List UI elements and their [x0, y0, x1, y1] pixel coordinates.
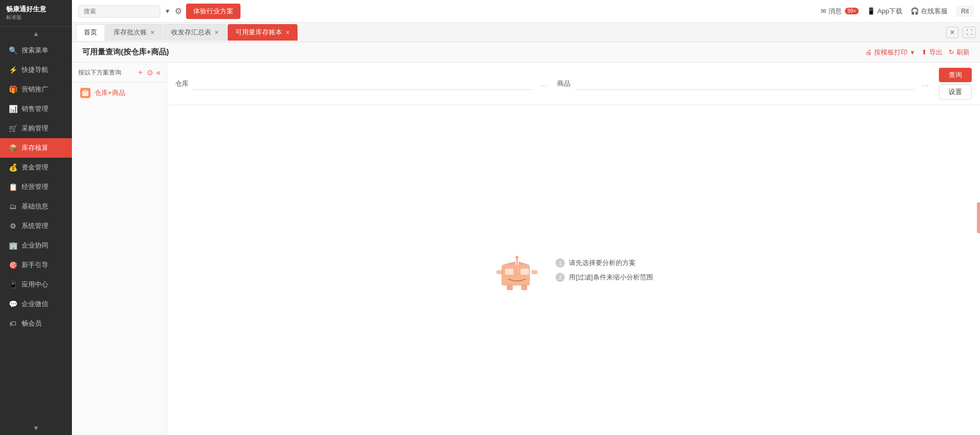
- sidebar-item-label: 采购管理: [22, 124, 48, 133]
- query-bar: 仓库 … 商品 … 查询 设置: [167, 63, 980, 105]
- export-label: 导出: [929, 48, 942, 57]
- filter-add-icon[interactable]: ＋: [137, 68, 144, 77]
- sidebar-item-label: 企业协同: [22, 241, 48, 250]
- tab-summary[interactable]: 收发存汇总表 ✕: [163, 24, 227, 41]
- tab-available-close[interactable]: ✕: [285, 29, 290, 36]
- sidebar-scroll-down[interactable]: ▼: [0, 421, 72, 435]
- topbar-search-input[interactable]: [78, 5, 160, 17]
- filter-panel-header: 按以下方案查询 ＋ ⊙ «: [72, 63, 167, 83]
- tab-summary-close[interactable]: ✕: [214, 29, 219, 36]
- print-dropdown-icon[interactable]: ▼: [910, 49, 915, 55]
- tab-home-label: 首页: [84, 28, 97, 37]
- sidebar-item-label: 经营管理: [22, 182, 48, 192]
- clipboard-icon: 📋: [8, 182, 17, 192]
- page-title: 可用量查询(按仓库+商品): [82, 47, 169, 57]
- filter-panel: 按以下方案查询 ＋ ⊙ « 仓库+商品: [72, 63, 167, 435]
- print-label: 按模板打印: [874, 48, 908, 57]
- warehouse-more-icon[interactable]: …: [538, 80, 549, 88]
- chart-icon: 📊: [8, 104, 17, 114]
- service-label: 在线客服: [921, 7, 948, 16]
- query-settings-btn[interactable]: 设置: [939, 84, 972, 100]
- tab-maximize-btn[interactable]: ⛶: [963, 27, 976, 38]
- app-download-btn[interactable]: 📱 App下载: [867, 7, 902, 16]
- warehouse-label: 仓库: [175, 79, 189, 88]
- filter-collapse-icon[interactable]: «: [156, 68, 160, 77]
- filter-item-warehouse-goods[interactable]: 仓库+商品: [72, 83, 167, 103]
- sidebar-item-label: 搜索菜单: [22, 46, 48, 55]
- gear-icon: ⚙: [8, 221, 17, 231]
- experience-btn[interactable]: 体验行业方案: [186, 4, 241, 19]
- export-btn[interactable]: ⬆ 导出: [921, 48, 942, 57]
- sidebar-item-newbie[interactable]: 🎯 新手引导: [0, 255, 72, 275]
- sidebar-item-member[interactable]: 🏷 畅会员: [0, 314, 72, 333]
- sidebar-item-label: 资金管理: [22, 163, 48, 172]
- target-icon: 🎯: [8, 260, 17, 270]
- sidebar-item-label: 营销推广: [22, 85, 48, 94]
- sidebar-item-label: 应用中心: [22, 280, 48, 289]
- print-btn[interactable]: 🖨 按模板打印 ▼: [865, 48, 915, 57]
- sidebar-item-enterprise[interactable]: 🏢 企业协同: [0, 236, 72, 255]
- topbar-actions: ✉ 消息 99+ 📱 App下载 🎧 在线客服 Rit: [821, 6, 974, 17]
- filter-item-label: 仓库+商品: [95, 88, 125, 98]
- sidebar-item-label: 系统管理: [22, 221, 48, 231]
- page-header-actions: 🖨 按模板打印 ▼ ⬆ 导出 ↻ 刷新: [865, 48, 970, 57]
- logo-subtitle: 标准版: [6, 14, 66, 21]
- sidebar-scroll-up[interactable]: ▲: [0, 27, 72, 41]
- sidebar-item-purchase[interactable]: 🛒 采购管理: [0, 119, 72, 138]
- query-submit-btn[interactable]: 查询: [939, 68, 972, 82]
- svg-rect-1: [502, 265, 530, 286]
- phone-icon: 📱: [8, 280, 17, 289]
- tab-batch[interactable]: 库存批次账 ✕: [106, 24, 162, 41]
- warehouse-input[interactable]: [193, 78, 533, 90]
- empty-tips: 1 请先选择要分析的方案 2 用[过滤]条件来缩小分析范围: [556, 258, 653, 282]
- svg-rect-0: [82, 91, 88, 96]
- tip-num-1: 1: [556, 258, 565, 268]
- sidebar-item-sales[interactable]: 📊 销售管理: [0, 99, 72, 119]
- tab-batch-close[interactable]: ✕: [150, 29, 155, 36]
- goods-more-icon[interactable]: …: [919, 80, 931, 88]
- chat-icon: 💬: [8, 299, 17, 309]
- sidebar-item-search[interactable]: 🔍 搜索菜单: [0, 41, 72, 60]
- money-icon: 💰: [8, 163, 17, 172]
- svg-rect-7: [531, 270, 538, 274]
- printer-icon: 🖨: [865, 48, 872, 56]
- sidebar-item-label: 快捷导航: [22, 65, 48, 74]
- app-label: App下载: [877, 7, 902, 16]
- right-scroll-hint: [977, 202, 980, 233]
- filter-panel-actions: ＋ ⊙ «: [137, 68, 160, 77]
- logo-title: 畅康通好生意: [6, 5, 66, 14]
- sidebar-item-inventory[interactable]: 📦 库存核算: [0, 138, 72, 158]
- svg-rect-2: [505, 269, 513, 275]
- sidebar-item-basic[interactable]: 🗂 基础信息: [0, 197, 72, 216]
- query-panel: 仓库 … 商品 … 查询 设置: [167, 63, 980, 435]
- topbar-dropdown-btn[interactable]: ▼: [164, 8, 171, 15]
- svg-rect-9: [521, 285, 527, 290]
- tab-available[interactable]: 可用量库存账本 ✕: [228, 24, 298, 41]
- user-menu[interactable]: Rit: [956, 6, 974, 17]
- refresh-icon: ↻: [949, 48, 954, 56]
- gift-icon: 🎁: [8, 85, 17, 94]
- refresh-btn[interactable]: ↻ 刷新: [949, 48, 970, 57]
- headset-icon: 🎧: [911, 7, 919, 15]
- tab-batch-label: 库存批次账: [114, 28, 147, 37]
- message-label: 消息: [828, 7, 842, 16]
- sidebar-item-funds[interactable]: 💰 资金管理: [0, 158, 72, 177]
- tab-close-all-btn[interactable]: ✕: [946, 27, 958, 38]
- message-badge: 99+: [845, 8, 859, 14]
- goods-input[interactable]: [575, 78, 915, 90]
- export-icon: ⬆: [921, 48, 927, 56]
- sidebar-item-wechat[interactable]: 💬 企业微信: [0, 294, 72, 314]
- sidebar-item-shortcut[interactable]: ⚡ 快捷导航: [0, 60, 72, 80]
- message-btn[interactable]: ✉ 消息 99+: [821, 7, 859, 16]
- sidebar-item-appstore[interactable]: 📱 应用中心: [0, 275, 72, 294]
- sidebar-item-operations[interactable]: 📋 经营管理: [0, 177, 72, 197]
- sidebar-item-label: 新手引导: [22, 260, 48, 270]
- tabbar-controls: ✕ ⛶: [946, 27, 976, 38]
- sidebar-item-system[interactable]: ⚙ 系统管理: [0, 216, 72, 236]
- sidebar-item-marketing[interactable]: 🎁 营销推广: [0, 80, 72, 99]
- content-area: 按以下方案查询 ＋ ⊙ « 仓库+商品: [72, 63, 980, 435]
- topbar-gear-icon[interactable]: ⚙: [175, 6, 182, 16]
- filter-settings-icon[interactable]: ⊙: [147, 68, 153, 77]
- online-service-btn[interactable]: 🎧 在线客服: [911, 7, 948, 16]
- tab-home[interactable]: 首页: [76, 24, 105, 41]
